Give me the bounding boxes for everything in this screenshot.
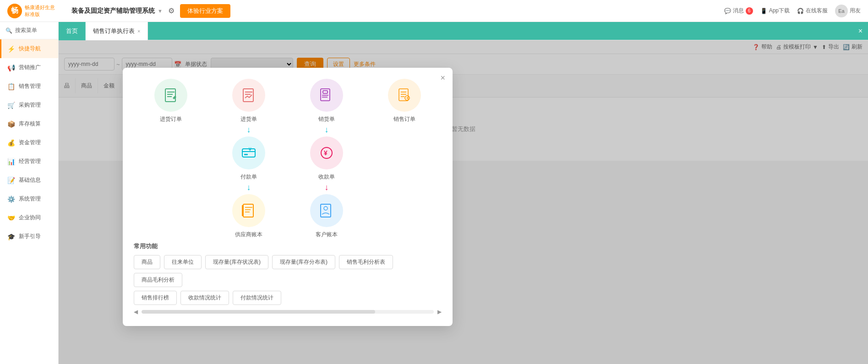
func-sales-rank[interactable]: 销售排行榜 — [134, 291, 177, 305]
message-badge: 6 — [746, 7, 753, 15]
sidebar-item-sales[interactable]: 📋 销售管理 — [0, 77, 58, 96]
sales-bill-icon — [310, 79, 343, 112]
svg-rect-28 — [321, 204, 331, 217]
func-product[interactable]: 商品 — [134, 255, 160, 269]
sidebar-item-quick-nav[interactable]: ⚡ 快捷导航 — [0, 39, 58, 58]
search-menu[interactable]: 🔍 搜索菜单 — [0, 22, 58, 39]
func-buttons-row1: 商品 往来单位 现存量(库存状况表) 现存量(库存分布表) 销售毛利分析表 商品… — [134, 255, 442, 287]
purchase-order-icon — [154, 79, 187, 112]
sidebar-item-basic-info[interactable]: 📝 基础信息 — [0, 171, 58, 190]
sidebar-item-system[interactable]: ⚙️ 系统管理 — [0, 190, 58, 208]
quick-nav-icon: ⚡ — [7, 45, 15, 53]
sidebar-item-marketing[interactable]: 📢 营销推广 — [0, 58, 58, 77]
finance-icon: 💰 — [7, 139, 15, 147]
func-trade-unit[interactable]: 往来单位 — [164, 255, 202, 269]
tab-close-icon[interactable]: × — [137, 28, 140, 34]
payment-label: 付款单 — [240, 173, 257, 181]
scrollbar-track[interactable] — [142, 310, 375, 314]
flow-purchase-order[interactable]: 进货订单 — [134, 79, 208, 123]
func-sales-profit[interactable]: 销售毛利分析表 — [339, 255, 393, 269]
logo-icon: 畅 — [7, 4, 22, 18]
flow-supplier-ledger[interactable]: 供应商账本 — [212, 194, 286, 239]
func-stock-status[interactable]: 现存量(库存状况表) — [205, 255, 268, 269]
customer-ledger-label: 客户账本 — [316, 231, 338, 239]
down-arrow-purchase: ↓ — [247, 125, 251, 135]
sales-bill-label: 销货单 — [318, 115, 335, 123]
down-arrow-receipt: ↓ — [325, 183, 329, 192]
sales-order-icon — [388, 79, 421, 112]
flow-payment[interactable]: ¥ 付款单 — [212, 136, 286, 181]
purchase-bill-label: 进货单 — [240, 115, 257, 123]
logo: 畅 畅康通好生意标准版 — [7, 4, 66, 18]
marketing-icon: 📢 — [7, 64, 15, 71]
basic-info-icon: 📝 — [7, 177, 15, 184]
purchase-bill-icon — [232, 79, 265, 112]
download-icon: 📱 — [760, 8, 767, 14]
inventory-icon: 📦 — [7, 120, 15, 128]
system-dropdown-arrow[interactable]: ▼ — [158, 8, 163, 14]
customer-ledger-icon — [310, 194, 343, 227]
scroll-left-arrow[interactable]: ◀ — [134, 309, 138, 315]
svg-text:¥: ¥ — [324, 149, 328, 157]
down-arrow-payment: ↓ — [247, 183, 251, 192]
sidebar-item-cooperation[interactable]: 🤝 企业协同 — [0, 208, 58, 227]
tab-sales-order-exec[interactable]: 销售订单执行表 × — [86, 22, 148, 40]
modal-overlay: × 进货订单 — [59, 40, 868, 364]
operations-icon: 📊 — [7, 158, 15, 165]
sidebar-item-newbie[interactable]: 🎓 新手引导 — [0, 227, 58, 246]
supplier-ledger-icon — [232, 194, 265, 227]
cooperation-icon: 🤝 — [7, 214, 15, 222]
func-stock-dist[interactable]: 现存量(库存分布表) — [272, 255, 335, 269]
down-arrow-sales: ↓ — [325, 125, 329, 135]
sales-order-label: 销售订单 — [393, 115, 415, 123]
logo-text: 畅康通好生意标准版 — [25, 4, 55, 17]
common-functions: 常用功能 商品 往来单位 现存量(库存状况表) 现存量(库存分布表) 销售毛利分… — [134, 242, 442, 305]
service-icon: 🎧 — [797, 8, 804, 14]
scroll-right-arrow[interactable]: ▶ — [437, 309, 442, 315]
global-close-button[interactable]: × — [853, 27, 868, 35]
receipt-label: 收款单 — [318, 173, 335, 181]
svg-rect-0 — [165, 89, 175, 102]
svg-text:¥: ¥ — [248, 147, 251, 152]
svg-rect-8 — [323, 91, 328, 93]
svg-rect-23 — [243, 204, 253, 217]
sidebar-item-inventory[interactable]: 📦 库存核算 — [0, 114, 58, 133]
common-functions-title: 常用功能 — [134, 242, 442, 250]
tab-home[interactable]: 首页 — [59, 22, 86, 40]
message-button[interactable]: 💬 消息 6 — [724, 7, 753, 15]
message-icon: 💬 — [724, 8, 731, 14]
func-receipt-stat[interactable]: 收款情况统计 — [180, 291, 229, 305]
func-product-profit[interactable]: 商品毛利分析 — [134, 273, 182, 287]
flow-sales-bill[interactable]: 销货单 — [289, 79, 364, 123]
flow-customer-ledger[interactable]: 客户账本 — [289, 194, 364, 239]
svg-rect-19 — [244, 154, 248, 155]
online-service-button[interactable]: 🎧 在线客服 — [797, 7, 828, 15]
avatar: Ea — [835, 5, 848, 17]
flow-receipt[interactable]: ¥ 收款单 — [289, 136, 364, 181]
flow-sales-order[interactable]: 销售订单 — [367, 79, 442, 123]
func-payment-stat[interactable]: 付款情况统计 — [233, 291, 281, 305]
purchase-order-label: 进货订单 — [160, 115, 182, 123]
system-title: 装备及固定资产辅助管理系统 ▼ — [71, 7, 163, 15]
sidebar-item-operations[interactable]: 📊 经营管理 — [0, 152, 58, 171]
quick-nav-modal: × 进货订单 — [123, 68, 453, 326]
app-download-button[interactable]: 📱 App下载 — [760, 7, 790, 15]
sidebar-item-finance[interactable]: 💰 资金管理 — [0, 133, 58, 152]
func-buttons-row2: 销售排行榜 收款情况统计 付款情况统计 — [134, 291, 442, 305]
svg-point-29 — [324, 206, 328, 210]
modal-scrollbar-area: ◀ ▶ — [134, 309, 442, 315]
search-icon: 🔍 — [5, 27, 12, 34]
supplier-ledger-label: 供应商账本 — [235, 231, 262, 239]
payment-icon: ¥ — [232, 136, 265, 169]
trial-button[interactable]: 体验行业方案 — [180, 4, 230, 18]
modal-close-button[interactable]: × — [440, 73, 445, 83]
gear-icon[interactable]: ⚙ — [168, 6, 175, 15]
sidebar-item-purchase[interactable]: 🛒 采购管理 — [0, 96, 58, 114]
newbie-icon: 🎓 — [7, 233, 15, 240]
user-menu[interactable]: Ea 用友 — [835, 5, 861, 17]
receipt-icon: ¥ — [310, 136, 343, 169]
flow-purchase-bill[interactable]: 进货单 — [212, 79, 286, 123]
svg-rect-27 — [242, 205, 244, 216]
system-icon: ⚙️ — [7, 196, 15, 203]
svg-rect-11 — [399, 89, 408, 101]
